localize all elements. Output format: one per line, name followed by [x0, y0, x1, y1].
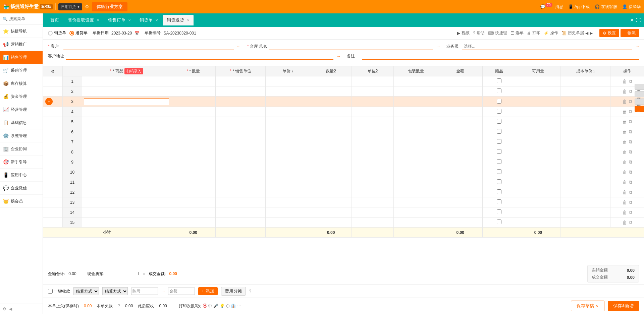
qty-cell[interactable]: [171, 137, 216, 147]
product-cell[interactable]: [82, 127, 171, 137]
unit-cell[interactable]: [216, 197, 266, 207]
logistics-btn[interactable]: + 物流: [621, 29, 639, 37]
gift-cell[interactable]: [483, 207, 516, 217]
gift-cell[interactable]: [483, 147, 516, 157]
unit2-cell[interactable]: [352, 107, 393, 117]
scan-button[interactable]: 扫码录入: [124, 68, 143, 74]
copy-row-button[interactable]: ⧉: [629, 189, 632, 195]
toolbar-help[interactable]: ? 帮助: [473, 30, 485, 36]
taskbar-icon2[interactable]: 🎤: [213, 304, 218, 308]
price-cell[interactable]: [266, 97, 310, 107]
delete-row-button[interactable]: 🗑: [622, 159, 627, 165]
pkg-cell[interactable]: [393, 117, 438, 127]
price-cell[interactable]: [266, 197, 310, 207]
price-cell[interactable]: [266, 86, 310, 97]
account-dots[interactable]: ···: [161, 289, 165, 294]
pkg-cell[interactable]: [393, 207, 438, 217]
product-cell[interactable]: [82, 147, 171, 157]
gift-checkbox[interactable]: [497, 159, 501, 164]
qty2-cell[interactable]: [310, 117, 352, 127]
cost-cell[interactable]: [560, 147, 610, 157]
sidebar-item-member[interactable]: 👑 畅会员: [0, 195, 43, 208]
gift-cell[interactable]: [483, 76, 516, 86]
price-cell[interactable]: [266, 217, 310, 228]
available-cell[interactable]: [516, 147, 560, 157]
sidebar-item-basics[interactable]: 📋 基础信息: [0, 116, 43, 129]
qty2-cell[interactable]: [310, 137, 352, 147]
single-debt-circle[interactable]: ?: [118, 304, 120, 308]
cash-discount-input[interactable]: [108, 274, 135, 274]
sidebar-collapse-icon[interactable]: ◀: [9, 307, 12, 311]
delete-row-button[interactable]: 🗑: [622, 189, 627, 195]
price-cell[interactable]: [266, 177, 310, 187]
product-cell[interactable]: [82, 197, 171, 207]
cost-cell[interactable]: [560, 76, 610, 86]
cost-cell[interactable]: [560, 197, 610, 207]
gift-checkbox[interactable]: [497, 109, 501, 114]
copy-row-button[interactable]: ⧉: [629, 139, 632, 145]
taskbar-icon3[interactable]: 💡: [220, 304, 225, 308]
sidebar-item-operations[interactable]: 📈 经营管理: [0, 103, 43, 116]
th-settings[interactable]: ⚙: [43, 66, 63, 76]
copy-row-button[interactable]: ⧉: [629, 99, 632, 105]
delete-row-button[interactable]: 🗑: [622, 88, 627, 94]
tab-price-settings[interactable]: 售价提取设置 ✕: [64, 15, 103, 25]
gift-checkbox[interactable]: [497, 78, 501, 83]
copy-row-button[interactable]: ⧉: [629, 109, 632, 115]
available-cell[interactable]: [516, 97, 560, 107]
cost-cell[interactable]: [560, 167, 610, 177]
nav-next-icon[interactable]: ▶: [590, 31, 593, 36]
delete-row-button[interactable]: 🗑: [622, 169, 627, 175]
sidebar-item-shortcuts[interactable]: ⭐ 快捷导航: [0, 25, 43, 38]
warehouse-dots[interactable]: ···: [436, 44, 440, 49]
delete-row-button[interactable]: 🗑: [622, 99, 627, 105]
unit-cell[interactable]: [216, 107, 266, 117]
sidebar-item-sales[interactable]: 📊 销售管理: [0, 51, 43, 64]
sidebar-item-inventory[interactable]: 📦 库存核算: [0, 77, 43, 90]
tab-price-settings-close[interactable]: ✕: [97, 18, 99, 22]
gift-cell[interactable]: [483, 187, 516, 197]
copy-row-button[interactable]: ⧉: [629, 209, 632, 215]
pkg-cell[interactable]: [393, 97, 438, 107]
tab-sales-return[interactable]: 销货退货 ✕: [163, 15, 194, 25]
product-cell[interactable]: [82, 157, 171, 167]
product-cell[interactable]: [82, 167, 171, 177]
delete-row-button[interactable]: 🗑: [622, 209, 627, 215]
available-cell[interactable]: [516, 157, 560, 167]
staff-dots[interactable]: ···: [636, 44, 639, 49]
date-selector[interactable]: 日用百货 ▾: [58, 3, 82, 10]
copy-row-button[interactable]: ⧉: [629, 219, 632, 225]
price-cell[interactable]: [266, 157, 310, 167]
qty-cell[interactable]: [171, 86, 216, 97]
gift-checkbox[interactable]: [497, 88, 501, 93]
qty-cell[interactable]: [171, 167, 216, 177]
staff-input[interactable]: [462, 43, 632, 50]
user-profile-button[interactable]: 👤 徐泽华: [622, 4, 641, 10]
qty2-cell[interactable]: [310, 217, 352, 228]
unit2-cell[interactable]: [352, 97, 393, 107]
gift-cell[interactable]: [483, 157, 516, 167]
delete-row-button[interactable]: 🗑: [622, 119, 627, 125]
product-cell[interactable]: [82, 177, 171, 187]
product-cell[interactable]: [82, 97, 171, 107]
taskbar-icon5[interactable]: 👔: [231, 304, 236, 308]
float-attach-btn[interactable]: 附件: [635, 84, 644, 90]
delete-row-button[interactable]: 🗑: [622, 109, 627, 115]
available-cell[interactable]: [516, 197, 560, 207]
copy-row-button[interactable]: ⧉: [629, 119, 632, 125]
copy-row-button[interactable]: ⧉: [629, 169, 632, 175]
gift-cell[interactable]: [483, 86, 516, 97]
add-payment-button[interactable]: + 添加: [198, 287, 218, 295]
gift-cell[interactable]: [483, 127, 516, 137]
add-row-button[interactable]: +: [45, 98, 53, 105]
gift-checkbox[interactable]: [497, 129, 501, 134]
customer-input[interactable]: [63, 43, 234, 50]
pkg-cell[interactable]: [393, 187, 438, 197]
gift-checkbox[interactable]: [497, 199, 501, 204]
qty2-cell[interactable]: [310, 147, 352, 157]
sidebar-search[interactable]: 🔍 搜索菜单: [0, 13, 43, 25]
pkg-cell[interactable]: [393, 137, 438, 147]
pkg-cell[interactable]: [393, 157, 438, 167]
unit2-cell[interactable]: [352, 127, 393, 137]
warehouse-input[interactable]: [269, 43, 433, 50]
